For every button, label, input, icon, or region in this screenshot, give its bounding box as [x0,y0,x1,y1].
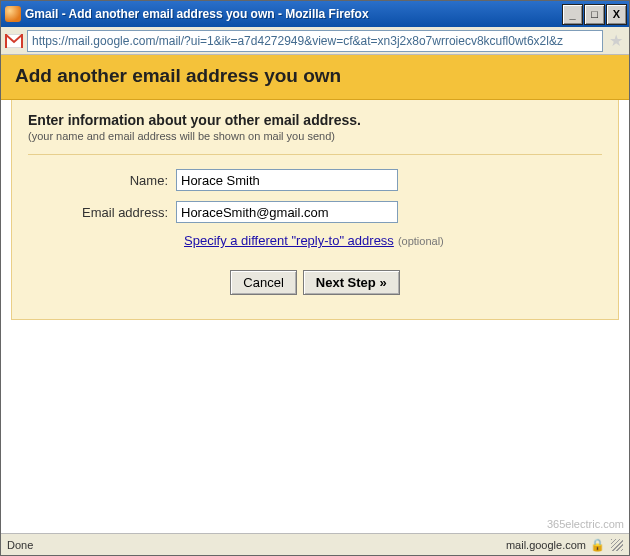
page-title: Add another email address you own [15,65,615,87]
optional-label: (optional) [398,235,444,247]
window-title: Gmail - Add another email address you ow… [25,7,562,21]
page-viewport: Add another email address you own Enter … [1,55,629,533]
name-row: Name: [28,169,602,191]
status-bar: Done mail.google.com 🔒 [1,533,629,555]
maximize-button[interactable]: □ [584,4,605,25]
resize-grip-icon[interactable] [611,539,623,551]
close-button[interactable]: X [606,4,627,25]
firefox-icon [5,6,21,22]
url-input[interactable]: https://mail.google.com/mail/?ui=1&ik=a7… [27,30,603,52]
form-sub: (your name and email address will be sho… [28,130,602,142]
host-label: mail.google.com [506,539,586,551]
page-header: Add another email address you own [1,55,629,100]
form-lead: Enter information about your other email… [28,112,602,128]
bookmark-star-icon[interactable]: ★ [607,32,625,50]
cancel-button[interactable]: Cancel [230,270,296,295]
reply-to-link[interactable]: Specify a different "reply-to" address [184,233,394,248]
window-titlebar: Gmail - Add another email address you ow… [1,1,629,27]
status-host: mail.google.com 🔒 [506,538,605,552]
button-row: Cancel Next Step » [28,270,602,295]
window-controls: _ □ X [562,4,627,25]
name-label: Name: [28,173,176,188]
form-card: Enter information about your other email… [11,100,619,320]
svg-rect-2 [21,34,23,48]
reply-to-row: Specify a different "reply-to" address (… [184,233,602,248]
address-bar: https://mail.google.com/mail/?ui=1&ik=a7… [1,27,629,55]
email-input[interactable] [176,201,398,223]
name-input[interactable] [176,169,398,191]
status-text: Done [7,539,506,551]
gmail-icon [5,32,23,50]
minimize-button[interactable]: _ [562,4,583,25]
email-row: Email address: [28,201,602,223]
next-step-button[interactable]: Next Step » [303,270,400,295]
svg-rect-1 [5,34,7,48]
email-label: Email address: [28,205,176,220]
lock-icon: 🔒 [590,538,605,552]
divider [28,154,602,155]
